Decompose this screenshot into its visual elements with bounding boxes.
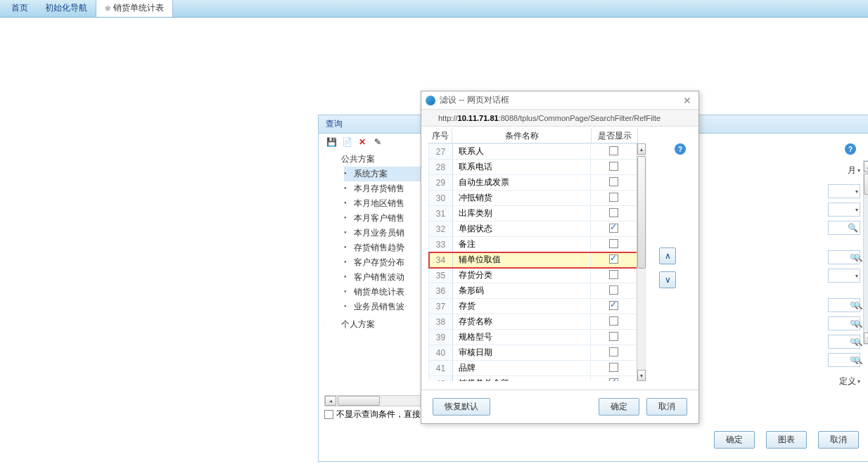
table-row[interactable]: 37存货 xyxy=(429,299,637,314)
import-icon[interactable]: 📄 xyxy=(341,136,352,148)
row-checkbox-cell[interactable] xyxy=(591,314,637,330)
tab-init-nav[interactable]: 初始化导航 xyxy=(37,0,96,17)
tree-item[interactable]: 存货销售趋势 xyxy=(344,240,433,255)
table-row[interactable]: 41品牌 xyxy=(429,361,637,376)
help-icon[interactable]: ? xyxy=(675,143,686,155)
folder-public-scheme[interactable]: 公共方案 系统方案 本月存货销售 本月地区销售 本月客户销售 本月业务员销 存货… xyxy=(331,152,433,317)
row-checkbox-cell[interactable] xyxy=(591,221,637,237)
table-row[interactable]: 38存货名称 xyxy=(429,314,637,330)
table-row[interactable]: 42销货单总金额 xyxy=(429,376,637,382)
checkbox-icon[interactable] xyxy=(609,316,618,326)
checkbox-icon[interactable] xyxy=(609,193,618,202)
tree-item-system-scheme[interactable]: 系统方案 xyxy=(344,167,433,181)
search-field-multi[interactable] xyxy=(828,298,860,312)
search-field-multi[interactable] xyxy=(828,316,860,330)
tree-item[interactable]: 本月地区销售 xyxy=(344,196,433,211)
restore-default-button[interactable]: 恢复默认 xyxy=(433,398,490,416)
row-checkbox-cell[interactable] xyxy=(591,175,637,191)
checkbox-icon[interactable] xyxy=(609,332,618,341)
row-checkbox-cell[interactable] xyxy=(591,283,637,299)
row-checkbox-cell[interactable] xyxy=(591,252,637,268)
save-icon[interactable]: 💾 xyxy=(326,136,337,148)
table-row[interactable]: 27联系人 xyxy=(429,144,637,160)
tree-item[interactable]: 销货单统计表 xyxy=(344,285,433,300)
row-checkbox-cell[interactable] xyxy=(591,144,637,160)
cancel-button[interactable]: 取消 xyxy=(818,431,859,449)
tab-sales-stat[interactable]: ⊗ 销货单统计表 xyxy=(96,0,173,17)
scroll-thumb[interactable] xyxy=(637,156,646,269)
checkbox-icon[interactable] xyxy=(609,208,618,217)
checkbox-icon[interactable] xyxy=(609,285,618,295)
delete-icon[interactable]: ✕ xyxy=(357,136,368,148)
row-checkbox-cell[interactable] xyxy=(591,237,637,252)
tree-item[interactable]: 客户销售波动 xyxy=(344,270,433,285)
row-checkbox-cell[interactable] xyxy=(591,191,637,206)
tree-item[interactable]: 本月存货销售 xyxy=(344,181,433,196)
scroll-up-icon[interactable]: ▴ xyxy=(637,143,646,155)
close-icon[interactable]: ⊗ xyxy=(105,4,110,12)
chart-button[interactable]: 图表 xyxy=(766,431,807,449)
table-row[interactable]: 35存货分类 xyxy=(429,268,637,283)
field-dropdown[interactable]: ▾ xyxy=(828,184,860,198)
ok-button[interactable]: 确定 xyxy=(599,398,639,416)
move-down-button[interactable]: ∨ xyxy=(659,271,676,288)
table-row[interactable]: 28联系电话 xyxy=(429,160,637,175)
row-checkbox-cell[interactable] xyxy=(591,160,637,175)
table-row[interactable]: 29自动生成发票 xyxy=(429,175,637,191)
tree-item[interactable]: 业务员销售波 xyxy=(344,300,433,314)
folder-personal-scheme[interactable]: 个人方案 xyxy=(331,317,433,332)
row-checkbox-cell[interactable] xyxy=(591,206,637,221)
scroll-left-icon[interactable]: ◂ xyxy=(325,396,336,406)
table-row[interactable]: 32单据状态 xyxy=(429,221,637,237)
edit-icon[interactable]: ✎ xyxy=(372,136,383,148)
cancel-button[interactable]: 取消 xyxy=(646,398,687,416)
table-row[interactable]: 33备注 xyxy=(429,237,637,252)
ok-button[interactable]: 确定 xyxy=(714,431,755,449)
filter-v-scrollbar[interactable]: ▴ ▾ xyxy=(637,143,646,381)
help-icon[interactable]: ? xyxy=(845,143,856,155)
scroll-thumb[interactable] xyxy=(338,396,380,406)
row-checkbox-cell[interactable] xyxy=(591,345,637,361)
search-field-multi[interactable] xyxy=(828,353,860,367)
scroll-thumb[interactable] xyxy=(864,174,868,195)
table-row[interactable]: 36条形码 xyxy=(429,283,637,299)
tree-item[interactable]: 本月业务员销 xyxy=(344,226,433,240)
table-row[interactable]: 40审核日期 xyxy=(429,345,637,361)
right-v-scrollbar[interactable]: ▴ ▾ xyxy=(863,160,868,345)
search-field-multi[interactable] xyxy=(828,250,860,264)
tree-item[interactable]: 本月客户销售 xyxy=(344,211,433,226)
field-dropdown[interactable]: ▾ xyxy=(828,269,860,283)
row-checkbox-cell[interactable] xyxy=(591,299,637,314)
close-icon[interactable]: ✕ xyxy=(680,95,694,106)
checkbox-icon[interactable] xyxy=(609,255,618,264)
row-checkbox-cell[interactable] xyxy=(591,361,637,376)
checkbox-icon[interactable] xyxy=(324,410,333,419)
tab-home[interactable]: 首页 xyxy=(3,0,37,17)
field-dropdown[interactable]: ▾ xyxy=(828,202,860,217)
tree-item[interactable]: 客户存货分布 xyxy=(344,255,433,270)
hide-conditions-checkbox[interactable]: 不显示查询条件，直接进 xyxy=(324,409,429,420)
checkbox-icon[interactable] xyxy=(609,363,618,372)
search-field-multi[interactable] xyxy=(828,335,860,349)
checkbox-icon[interactable] xyxy=(609,347,618,356)
move-up-button[interactable]: ∧ xyxy=(659,247,676,264)
table-row[interactable]: 31出库类别 xyxy=(429,206,637,221)
search-field[interactable]: 🔍 xyxy=(828,221,860,235)
row-checkbox-cell[interactable] xyxy=(591,268,637,283)
checkbox-icon[interactable] xyxy=(609,239,618,248)
checkbox-icon[interactable] xyxy=(609,146,618,155)
checkbox-icon[interactable] xyxy=(609,162,618,171)
row-checkbox-cell[interactable] xyxy=(591,376,637,382)
chevron-down-icon[interactable]: ▾ xyxy=(857,167,860,174)
scroll-down-icon[interactable]: ▾ xyxy=(637,370,646,381)
checkbox-icon[interactable] xyxy=(609,378,618,382)
tree-h-scrollbar[interactable]: ◂ ▸ xyxy=(324,395,433,406)
table-row[interactable]: 30冲抵销货 xyxy=(429,191,637,206)
scroll-up-icon[interactable]: ▴ xyxy=(864,161,868,172)
checkbox-icon[interactable] xyxy=(609,177,618,186)
checkbox-icon[interactable] xyxy=(609,224,618,233)
scroll-down-icon[interactable]: ▾ xyxy=(864,333,868,344)
row-checkbox-cell[interactable] xyxy=(591,330,637,345)
checkbox-icon[interactable] xyxy=(609,270,618,279)
table-row[interactable]: 39规格型号 xyxy=(429,330,637,345)
